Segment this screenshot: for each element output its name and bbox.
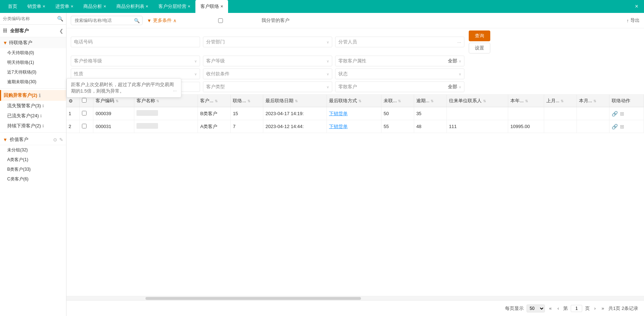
more-conditions-button[interactable]: ▼ 更多条件 ∧ <box>147 17 177 24</box>
col-last-month[interactable]: 上月... ⇅ <box>544 95 576 107</box>
sidebar-item-repurchase-abnormal[interactable]: 回购异常客户(2) ℹ <box>0 90 66 101</box>
filter-phone[interactable]: 电话号码 <box>71 37 200 47</box>
action-grid-icon-1[interactable]: ⊞ <box>620 111 624 117</box>
info-icon-churned: ℹ <box>40 114 42 118</box>
sidebar-item-churned[interactable]: 已流失客户(24) ℹ <box>0 111 66 121</box>
cell-checkbox-2[interactable] <box>79 120 93 133</box>
col-year-amount[interactable]: 本年... ⇅ <box>508 95 544 107</box>
pagination-prev-btn[interactable]: ‹ <box>556 305 560 312</box>
filter-price-level[interactable]: 客户价格等级 ∨ <box>71 56 200 66</box>
col-contact-person[interactable]: 往来单位联系人 ⇅ <box>446 95 508 107</box>
my-customers-checkbox[interactable] <box>181 18 260 23</box>
pagination-next-btn[interactable]: › <box>593 305 597 312</box>
per-page-label: 每页显示 <box>505 305 524 312</box>
filter-retail-attr[interactable]: 零散客户属性 全部 ∨ <box>335 56 464 66</box>
action-link-icon-2[interactable]: 🔗 <box>612 124 618 129</box>
pagination-page-input[interactable] <box>571 305 582 312</box>
pagination-last-btn[interactable]: » <box>600 305 606 312</box>
col-contact-count[interactable]: 联络... ⇅ <box>231 95 263 107</box>
col-level[interactable]: 客户... ⇅ <box>198 95 231 107</box>
last-method-link-1[interactable]: 下销货单 <box>329 111 348 116</box>
cell-index-2: 2 <box>66 120 79 133</box>
filter-customer-type[interactable]: 客户类型 ∨ <box>203 81 332 92</box>
cell-lastdate-1: 2023-04-17 14:19: <box>263 107 327 120</box>
per-page-select[interactable]: 50 20 100 <box>527 305 545 312</box>
value-group-edit-icon[interactable]: ✎ <box>59 137 63 142</box>
cell-level-2: A类客户 <box>198 120 231 133</box>
pagination-first-btn[interactable]: « <box>548 305 553 312</box>
sidebar-item-class-a[interactable]: A类客户(1) <box>0 155 66 165</box>
nav-purchase[interactable]: 进货单 × <box>50 0 78 13</box>
search-icon[interactable]: 🔍 <box>134 18 140 23</box>
sidebar-item-declining[interactable]: 持续下滑客户(2) ℹ <box>0 121 66 131</box>
cell-uncontacted-2: 55 <box>381 120 414 133</box>
last-method-link-2[interactable]: 下销货单 <box>329 124 348 129</box>
col-last-method[interactable]: 最后联络方式 ⇅ <box>326 95 381 107</box>
sort-lastmethod-icon: ⇅ <box>358 99 361 103</box>
col-this-month[interactable]: 本月... ⇅ <box>576 95 609 107</box>
cell-name-2 <box>134 120 198 133</box>
filter-retail-customer[interactable]: 零散客户 全部 ∨ <box>335 81 464 92</box>
sidebar-item-class-b[interactable]: B类客户(33) <box>0 165 66 174</box>
sidebar-item-repurchase-label: 回购异常客户(2) <box>4 92 37 99</box>
manager-dots-icon: ··· <box>457 39 461 45</box>
col-uncontacted[interactable]: 未联... ⇅ <box>381 95 414 107</box>
col-last-date[interactable]: 最后联络日期 ⇅ <box>263 95 327 107</box>
sidebar-item-today[interactable]: 今天待联络(0) <box>0 48 66 58</box>
cell-lastmethod-2[interactable]: 下销货单 <box>326 120 381 133</box>
filter-status[interactable]: 状态 ∨ <box>335 69 464 79</box>
window-close-button[interactable]: × <box>632 2 641 11</box>
filter-customer-level[interactable]: 客户等级 ∨ <box>203 56 332 66</box>
sidebar-item-class-c[interactable]: C类客户(6) <box>0 174 66 184</box>
nav-customer-tier[interactable]: 客户分层经营 × <box>153 0 195 13</box>
nav-sales[interactable]: 销货单 × <box>22 0 50 13</box>
settings-button[interactable]: 设置 <box>469 43 490 53</box>
sidebar-search-area: 🔍 <box>0 13 66 25</box>
sidebar-item-tomorrow[interactable]: 明天待联络(1) <box>0 58 66 67</box>
chevron-icon: ∧ <box>173 18 177 23</box>
sort-lastmonth-icon: ⇅ <box>561 99 564 103</box>
nav-customer-contact[interactable]: 客户联络 × <box>195 0 228 13</box>
sidebar-item-7days[interactable]: 近7天待联络(0) <box>0 67 66 77</box>
select-all-checkbox[interactable] <box>82 98 87 103</box>
scrollbar-thumb[interactable] <box>145 297 361 300</box>
query-button[interactable]: 查询 <box>469 30 490 41</box>
nav-analysis[interactable]: 商品分析 × <box>78 0 111 13</box>
nav-analysis-list[interactable]: 商品分析列表 × <box>111 0 153 13</box>
cell-index-1: 1 <box>66 107 79 120</box>
sidebar-item-churn-warning[interactable]: 流失预警客户(3) ℹ <box>0 101 66 111</box>
cell-year-2: 10995.00 <box>508 120 544 133</box>
search-input[interactable] <box>71 16 143 25</box>
cell-lastmethod-1[interactable]: 下销货单 <box>326 107 381 120</box>
cell-checkbox-1[interactable] <box>79 107 93 120</box>
row2-checkbox[interactable] <box>82 124 87 128</box>
sidebar-item-unclassified[interactable]: 未分组(32) <box>0 145 66 155</box>
my-customers-checkbox-label[interactable]: 我分管的客户 <box>181 17 289 24</box>
sidebar-search-icon[interactable]: 🔍 <box>57 16 63 22</box>
cell-actions-1: 🔗 ⊞ <box>609 107 644 120</box>
sidebar-search-input[interactable] <box>3 16 57 21</box>
price-level-label: 客户价格等级 <box>74 58 102 64</box>
filter-icon: ▼ <box>147 18 152 23</box>
col-overdue[interactable]: 逾期... ⇅ <box>414 95 446 107</box>
filter-payment-terms[interactable]: 收付款条件 ∨ <box>203 69 332 79</box>
sidebar-collapse-icon[interactable]: ❮ <box>59 28 63 34</box>
action-link-icon-1[interactable]: 🔗 <box>612 111 618 117</box>
sidebar-item-overdue[interactable]: 逾期未联络(30) <box>0 77 66 87</box>
tooltip-more-icon[interactable]: ··· <box>173 88 177 93</box>
horizontal-scrollbar[interactable] <box>66 296 644 300</box>
manager-label: 分管人员 <box>338 39 357 45</box>
filter-nature[interactable]: 性质 ∨ <box>71 69 200 79</box>
cell-code-1: 000039 <box>93 107 134 120</box>
filter-department[interactable]: 分管部门 ∨ <box>203 37 332 47</box>
dept-chevron-icon: ∨ <box>326 40 329 44</box>
data-table: ⚙ 客户编码 ⇅ 客户名称 ⇅ 客户... ⇅ 联络... ⇅ 最后联络日期 ⇅… <box>66 95 644 133</box>
nav-home[interactable]: 首页 <box>3 0 22 13</box>
export-button[interactable]: ↑ 导出 <box>627 17 640 24</box>
sort-thismonth-icon: ⇅ <box>593 99 596 103</box>
row1-checkbox[interactable] <box>82 111 87 115</box>
action-grid-icon-2[interactable]: ⊞ <box>620 124 624 129</box>
filter-manager[interactable]: 分管人员 ··· <box>335 37 464 47</box>
sidebar-group-pending[interactable]: ▼ 待联络客户 <box>0 37 66 48</box>
value-group-circle-icon[interactable]: ⊙ <box>53 137 57 142</box>
